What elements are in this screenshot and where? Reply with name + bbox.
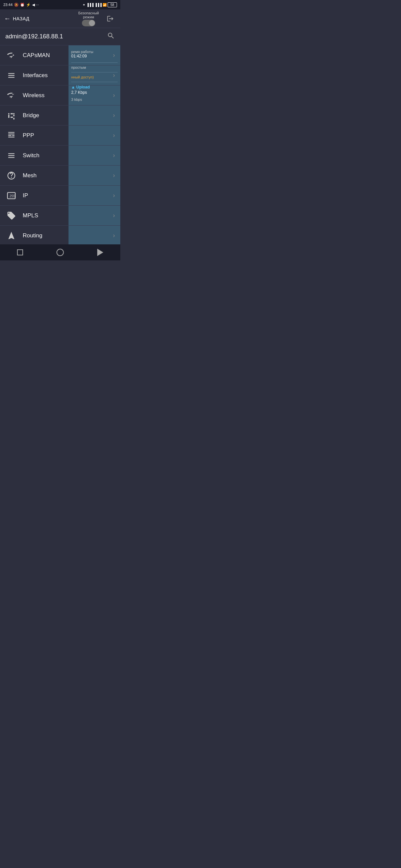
capsman-icon — [5, 50, 18, 61]
ip-chevron: › — [113, 192, 115, 199]
menu-item-switch[interactable]: Switch › — [0, 146, 120, 165]
wireless-icon — [5, 90, 18, 101]
header-bar: ← НАЗАД Безопасныйрежим — [0, 9, 120, 28]
menu-item-interfaces[interactable]: Interfaces › — [0, 65, 120, 86]
ppp-chevron: › — [113, 132, 115, 139]
svg-text:255: 255 — [9, 194, 16, 198]
square-icon — [17, 249, 23, 255]
battery-indicator: 58 — [108, 2, 117, 7]
back-arrow-icon: ← — [4, 15, 11, 22]
bridge-chevron: › — [113, 112, 115, 119]
wireless-label: Wireless — [23, 92, 108, 99]
nav-icon: ◀ — [32, 3, 35, 7]
bluetooth-icon: ✦ — [83, 3, 85, 7]
bolt-icon: ⚡ — [26, 3, 31, 7]
mesh-label: Mesh — [23, 172, 108, 179]
interfaces-label: Interfaces — [23, 72, 108, 79]
back-button[interactable]: ← НАЗАД — [4, 15, 29, 22]
status-bar: 23:44 🔕 ⏰ ⚡ ◀ ··· ✦ ▐▐▐ ▐▐▐ 📶 58 — [0, 0, 120, 9]
status-left: 23:44 🔕 ⏰ ⚡ ◀ ··· — [3, 3, 39, 7]
safe-mode-label: Безопасныйрежим — [78, 11, 99, 19]
switch-chevron: › — [113, 152, 115, 159]
menu-item-capsman[interactable]: CAPsMAN › — [0, 45, 120, 65]
routing-label: Routing — [23, 232, 108, 239]
interfaces-chevron: › — [113, 72, 115, 79]
bridge-icon — [5, 110, 18, 122]
menu-item-mpls[interactable]: MPLS › — [0, 206, 120, 226]
alarm-icon: ⏰ — [20, 3, 25, 7]
admin-address: admin@192.168.88.1 — [5, 33, 107, 40]
search-icon[interactable] — [107, 32, 115, 42]
circle-icon — [56, 249, 64, 256]
menu-item-ppp[interactable]: PPP › — [0, 126, 120, 146]
routing-icon — [5, 230, 18, 242]
back-label: НАЗАД — [13, 16, 30, 21]
bridge-label: Bridge — [23, 112, 108, 119]
menu-item-mesh[interactable]: Mesh › — [0, 165, 120, 186]
menu-item-bridge[interactable]: Bridge › — [0, 105, 120, 126]
nav-back-button[interactable] — [92, 246, 108, 259]
mesh-icon — [5, 169, 18, 182]
menu-item-routing[interactable]: Routing › — [0, 226, 120, 244]
triangle-icon — [97, 249, 103, 256]
bottom-navigation — [0, 244, 120, 260]
mpls-chevron: › — [113, 212, 115, 219]
time-display: 23:44 — [3, 3, 13, 7]
main-content: ← НАЗАД Безопасныйрежим admin@192.168.88… — [0, 9, 120, 244]
wireless-chevron: › — [113, 92, 115, 99]
nav-home-button[interactable] — [52, 246, 68, 259]
interfaces-icon — [5, 69, 18, 82]
mpls-icon — [5, 210, 18, 222]
mesh-chevron: › — [113, 172, 115, 179]
exit-button[interactable] — [104, 13, 116, 25]
menu-scroll[interactable]: CAPsMAN › Interfaces › Wireless › Bridge — [0, 45, 120, 244]
ip-icon: 255 — [5, 190, 18, 202]
ppp-label: PPP — [23, 132, 108, 139]
mpls-label: MPLS — [23, 212, 108, 219]
nav-square-button[interactable] — [12, 246, 28, 259]
status-right: ✦ ▐▐▐ ▐▐▐ 📶 58 — [83, 2, 117, 7]
switch-label: Switch — [23, 152, 108, 159]
ppp-icon — [5, 129, 18, 142]
wifi-status-icon: 📶 — [103, 3, 107, 7]
routing-chevron: › — [113, 232, 115, 239]
exit-icon — [107, 15, 114, 22]
capsman-label: CAPsMAN — [23, 52, 108, 59]
search-bar: admin@192.168.88.1 — [0, 28, 120, 45]
more-icon: ··· — [36, 3, 39, 7]
safe-mode-container: Безопасныйрежим — [78, 11, 99, 26]
menu-item-wireless[interactable]: Wireless › — [0, 86, 120, 105]
signal1-icon: ▐▐▐ — [86, 3, 93, 7]
mute-icon: 🔕 — [14, 3, 19, 7]
menu-item-ip[interactable]: 255 IP › — [0, 186, 120, 206]
ip-label: IP — [23, 192, 108, 199]
toggle-knob — [89, 20, 95, 26]
switch-icon — [5, 150, 18, 162]
safe-mode-toggle[interactable] — [82, 20, 95, 26]
capsman-chevron: › — [113, 52, 115, 59]
signal2-icon: ▐▐▐ — [94, 3, 102, 7]
